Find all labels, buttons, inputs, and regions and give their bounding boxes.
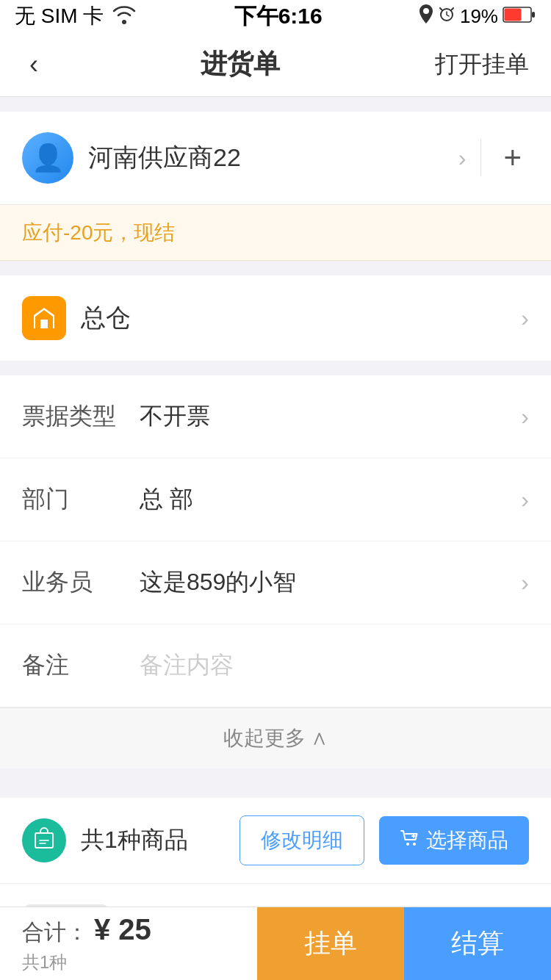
department-chevron-icon: › — [521, 486, 529, 514]
status-left: 无 SIM 卡 — [15, 2, 137, 30]
products-count: 共1种商品 — [81, 824, 225, 857]
section-gap-3 — [0, 361, 551, 375]
total-amount: ¥ 25 — [94, 913, 151, 946]
warehouse-chevron-icon: › — [521, 305, 529, 332]
svg-point-6 — [406, 843, 409, 846]
remark-row[interactable]: 备注 备注内容 — [0, 624, 551, 707]
open-pending-button[interactable]: 打开挂单 — [435, 48, 529, 81]
remark-input[interactable]: 备注内容 — [140, 649, 529, 682]
warehouse-icon — [22, 296, 66, 340]
supplier-section: 👤 河南供应商22 › + 应付-20元，现结 — [0, 112, 551, 261]
products-icon — [22, 818, 66, 862]
warehouse-name: 总仓 — [81, 301, 506, 335]
hang-order-button[interactable]: 挂单 — [257, 907, 404, 981]
avatar-person-icon: 👤 — [32, 143, 65, 173]
supplier-row[interactable]: 👤 河南供应商22 › + — [0, 112, 551, 205]
ticket-type-chevron-icon: › — [521, 403, 529, 430]
section-gap-4 — [0, 768, 551, 783]
avatar-inner: 👤 — [22, 132, 73, 184]
checkout-button[interactable]: 结算 — [404, 907, 551, 981]
supplier-avatar: 👤 — [22, 132, 73, 184]
form-section: 票据类型 不开票 › 部门 总 部 › 业务员 这是859的小智 › 备注 备注… — [0, 375, 551, 768]
select-product-label: 选择商品 — [426, 826, 508, 854]
salesman-chevron-icon: › — [521, 569, 529, 597]
supplier-divider — [480, 140, 481, 176]
status-bar: 无 SIM 卡 下午6:16 19% — [0, 0, 551, 32]
back-button[interactable]: ‹ — [22, 42, 46, 87]
total-sub: 共1种 — [22, 951, 235, 974]
section-gap-2 — [0, 261, 551, 275]
total-main: 合计： ¥ 25 — [22, 913, 235, 948]
department-value: 总 部 — [140, 483, 506, 516]
warehouse-row[interactable]: 总仓 › — [0, 275, 551, 361]
cart-icon — [400, 829, 420, 852]
select-product-button[interactable]: 选择商品 — [379, 816, 529, 865]
battery-level: 19% — [460, 5, 498, 28]
warehouse-section: 总仓 › — [0, 275, 551, 361]
svg-rect-4 — [40, 320, 48, 328]
department-label: 部门 — [22, 483, 125, 516]
salesman-value: 这是859的小智 — [140, 566, 506, 599]
salesman-label: 业务员 — [22, 566, 125, 599]
carrier-text: 无 SIM 卡 — [15, 2, 104, 30]
ticket-type-value: 不开票 — [140, 400, 506, 433]
status-right: 19% — [419, 4, 536, 29]
battery-icon — [503, 5, 536, 28]
page-title: 进货单 — [201, 46, 280, 82]
total-section: 合计： ¥ 25 共1种 — [0, 913, 257, 974]
section-gap-1 — [0, 97, 551, 112]
svg-rect-3 — [532, 12, 535, 18]
ticket-type-label: 票据类型 — [22, 400, 125, 433]
svg-point-7 — [413, 843, 416, 846]
supplier-chevron-icon: › — [458, 145, 467, 172]
svg-rect-2 — [505, 8, 522, 21]
ticket-type-row[interactable]: 票据类型 不开票 › — [0, 375, 551, 458]
department-row[interactable]: 部门 总 部 › — [0, 458, 551, 541]
info-banner-text: 应付-20元，现结 — [22, 221, 175, 244]
add-supplier-button[interactable]: + — [496, 140, 529, 176]
nav-bar: ‹ 进货单 打开挂单 — [0, 32, 551, 97]
products-header: 共1种商品 修改明细 选择商品 — [0, 798, 551, 883]
wifi-icon — [111, 4, 137, 29]
total-label: 合计： — [22, 918, 88, 948]
collapse-toggle[interactable]: 收起更多 ∧ — [0, 707, 551, 768]
status-time: 下午6:16 — [234, 1, 323, 32]
bottom-bar: 合计： ¥ 25 共1种 挂单 结算 — [0, 907, 551, 980]
supplier-name: 河南供应商22 — [88, 141, 444, 175]
salesman-row[interactable]: 业务员 这是859的小智 › — [0, 541, 551, 624]
location-icon — [419, 4, 433, 29]
remark-label: 备注 — [22, 649, 125, 682]
edit-detail-button[interactable]: 修改明细 — [240, 815, 364, 865]
info-banner: 应付-20元，现结 — [0, 205, 551, 261]
alarm-icon — [438, 4, 455, 29]
